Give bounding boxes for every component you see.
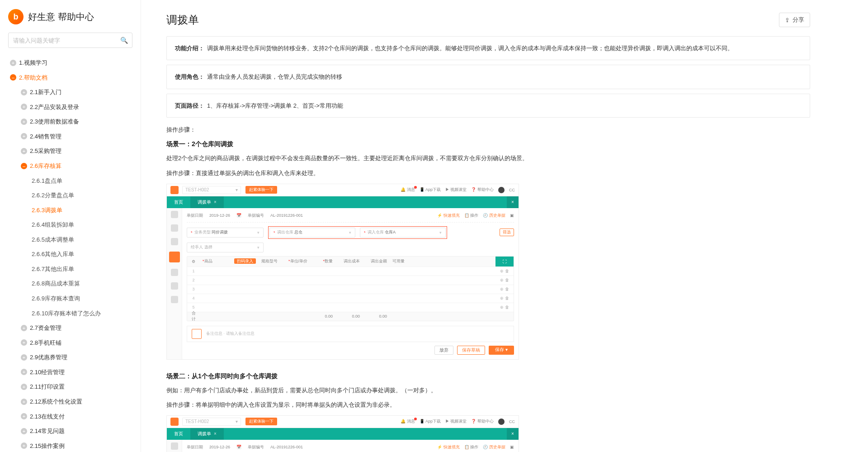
message-icon[interactable]: 🔔 消息 [401,419,415,424]
plus-icon: + [21,148,27,154]
avatar-icon[interactable] [498,419,505,425]
rail-stock-icon[interactable] [169,252,180,262]
tab-home[interactable]: 首页 [167,196,190,208]
steps-label: 操作步骤： [166,126,810,134]
nav-2-6[interactable]: –2.6库存核算 [8,158,132,173]
nav-2-9[interactable]: +2.9优惠券管理 [8,350,132,365]
nav-2-6-6[interactable]: 2.6.6其他入库单 [8,247,132,262]
rail-setting-icon[interactable] [171,296,178,303]
plus-icon: + [21,325,27,331]
video-link[interactable]: ▶ 视频课堂 [445,187,467,193]
nav-2-7[interactable]: +2.7资金管理 [8,320,132,335]
plus-icon: + [21,399,27,405]
table-settings-icon[interactable]: ⛶ [495,257,514,266]
rail-doc-icon[interactable] [171,224,178,232]
in-warehouse-field[interactable]: *调入仓库 仓库A▾ [360,228,446,238]
handler-field[interactable]: 经手人 选择▾ [187,243,264,252]
nav-2-5[interactable]: +2.5采购管理 [8,143,132,158]
experience-button[interactable]: 赶紧体验一下 [245,418,277,425]
share-button[interactable]: ⇪分享 [779,13,810,27]
table-row[interactable]: 4⊕ 🗑 [187,294,514,303]
experience-button[interactable]: 赶紧体验一下 [245,186,277,194]
rail-home-icon[interactable] [171,442,178,450]
nav-2-8[interactable]: +2.8手机旺铺 [8,335,132,350]
rail-report-icon[interactable] [171,282,178,290]
plus-icon: + [21,89,27,95]
nav-2-6-3[interactable]: 2.6.3调拨单 [8,203,132,218]
side-rail [167,440,182,452]
nav-2-3[interactable]: +2.3使用前数据准备 [8,114,132,129]
filter-button[interactable]: 筛选 [500,228,514,236]
brand-logo-icon: b [8,9,24,24]
page-title: 调拨单 [166,13,199,27]
nav-2-6-4[interactable]: 2.6.4组装拆卸单 [8,217,132,232]
scenario2-desc: 例如：用户有多个门店或办事处，新品到货后，需要从总仓同时向多个门店或办事处调拨。… [166,385,810,396]
table-row[interactable]: 2⊕ 🗑 [187,276,514,285]
tenant-select[interactable]: TEST-H002▾ [182,186,241,194]
nav-2-6-2[interactable]: 2.6.2分量盘点单 [8,188,132,203]
nav-2-15[interactable]: +2.15操作案例 [8,438,132,452]
op-link[interactable]: 📋 操作 [464,213,479,219]
table-row[interactable]: 5⊕ 🗑 [187,303,514,312]
search-icon[interactable]: 🔍 [120,37,128,44]
nav-2-10[interactable]: +2.10经营管理 [8,365,132,380]
out-warehouse-field[interactable]: *调出仓库 总仓▾ [269,228,355,238]
rail-cart-icon[interactable] [171,238,178,245]
rail-home-icon[interactable] [171,211,178,218]
biztype-field[interactable]: *业务类型 同价调拨▾ [187,228,264,238]
scenario2-steps: 操作步骤：将单据明细中的调入仓库设置为显示，同时将单据头的调入仓设置为非必录。 [166,400,810,411]
expand-icon[interactable]: ▣ [510,213,514,218]
table-row[interactable]: 3⊕ 🗑 [187,285,514,294]
plus-icon: + [21,413,27,419]
plus-icon: + [21,104,27,110]
username: CC [509,188,515,192]
date-value[interactable]: 2019-12-26 [209,213,230,218]
save-button[interactable]: 保存 ▾ [489,346,514,355]
save-draft-button[interactable]: 保存草稿 [457,346,485,355]
help-link[interactable]: ❓ 帮助中心 [471,187,494,193]
nav-2-6-7[interactable]: 2.6.7其他出库单 [8,262,132,276]
nav-2-12[interactable]: +2.12系统个性化设置 [8,394,132,409]
app-download-link[interactable]: 📱 App下载 [420,187,441,193]
nav-help-docs[interactable]: –2.帮助文档 [8,70,132,85]
avatar-icon[interactable] [498,187,505,193]
nav-2-11[interactable]: +2.11打印设置 [8,379,132,394]
help-link[interactable]: ❓ 帮助中心 [471,419,494,424]
scenario1-title: 场景一：2个仓库间调拨 [166,140,810,148]
table-row[interactable]: 1⊕ 🗑 [187,266,514,276]
plus-icon: + [21,119,27,125]
items-table: ⚙ *商品 扫码录入 规格型号 *单位/单价 *数量 调出成本 调出金额 可用量… [187,256,514,321]
nav-2-4[interactable]: +2.4销售管理 [8,129,132,144]
search-input[interactable] [8,33,132,48]
nav-2-6-8[interactable]: 2.6.8商品成本重算 [8,276,132,291]
app-download-link[interactable]: 📱 App下载 [420,419,441,424]
history-link[interactable]: 🕘 历史单据 [483,213,505,219]
tab-transfer-order[interactable]: 调拨单× [190,196,224,208]
tenant-select[interactable]: TEST-H002▾ [182,418,241,426]
tab-transfer-order[interactable]: 调拨单× [190,428,224,440]
nav-2-6-1[interactable]: 2.6.1盘点单 [8,173,132,188]
nav-video-learning[interactable]: +1.视频学习 [8,55,132,70]
nav-tree: +1.视频学习 –2.帮助文档 +2.1新手入门 +2.2产品安装及登录 +2.… [8,55,132,452]
nav-2-13[interactable]: +2.13在线支付 [8,409,132,424]
close-icon[interactable]: × [214,200,217,205]
nav-2-2[interactable]: +2.2产品安装及登录 [8,100,132,114]
video-link[interactable]: ▶ 视频课堂 [445,419,467,424]
brand-title: 好生意 帮助中心 [28,11,94,23]
fastfill-link[interactable]: ⚡ 快速填充 [437,213,460,219]
remark-box[interactable]: 备注信息 · 请输入备注信息 [187,326,514,342]
nav-2-6-9[interactable]: 2.6.9库存账本查询 [8,291,132,306]
nav-2-6-5[interactable]: 2.6.5成本调整单 [8,232,132,247]
plus-icon: + [21,369,27,375]
rail-money-icon[interactable] [171,269,178,276]
nav-2-14[interactable]: +2.14常见问题 [8,423,132,438]
nav-2-6-10[interactable]: 2.6.10库存账本错了怎么办 [8,306,132,321]
close-all-tabs[interactable]: × [507,196,519,208]
message-icon[interactable]: 🔔 消息 [401,187,415,193]
close-all-tabs[interactable]: × [507,428,519,440]
minus-icon: – [21,163,27,169]
app-logo-icon [170,186,179,194]
discard-button[interactable]: 放弃 [434,346,453,355]
tab-home[interactable]: 首页 [167,428,190,440]
nav-2-1[interactable]: +2.1新手入门 [8,85,132,100]
